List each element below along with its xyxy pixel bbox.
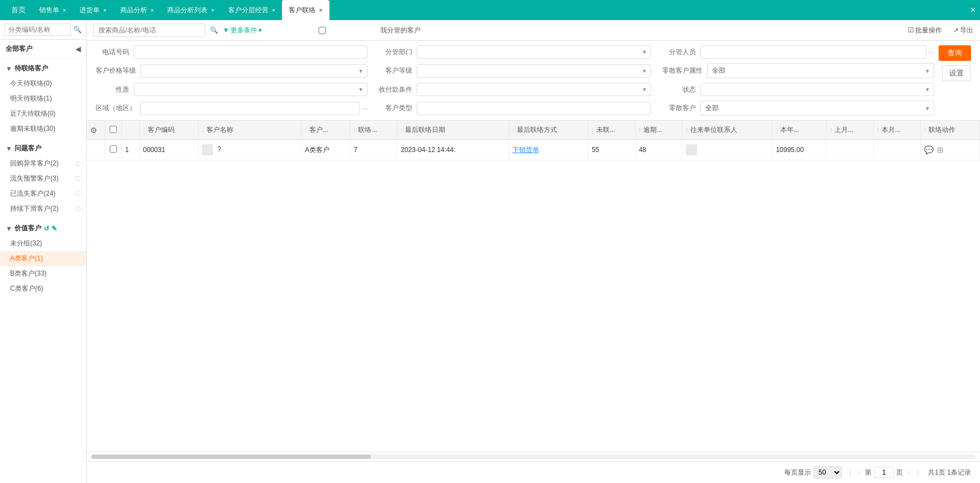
manager-dots[interactable]: ··· xyxy=(929,48,934,56)
my-customers-check[interactable] xyxy=(266,27,378,34)
sidebar-all-customers[interactable]: 全部客户 ◀ xyxy=(0,40,86,59)
select-all-checkbox[interactable] xyxy=(110,126,117,133)
manager-label: 分管人员 xyxy=(662,48,696,57)
manager-input[interactable] xyxy=(700,45,926,59)
phone-input[interactable] xyxy=(134,45,368,59)
col-last-date: ⁝ 最后联络日期 xyxy=(397,121,508,140)
close-analysis-tab[interactable]: × xyxy=(150,7,154,13)
sidebar-item-7days[interactable]: 近7天待联络(0) xyxy=(0,106,86,121)
sidebar-item-declining[interactable]: 持续下滑客户(2) ⓘ xyxy=(0,201,86,216)
bulk-op-btn[interactable]: ☑ 批量操作 xyxy=(908,26,942,35)
sidebar-item-ungroup[interactable]: 未分组(32) xyxy=(0,236,86,251)
first-page-btn[interactable]: ⟨ xyxy=(846,467,854,477)
nav-tab-analysis-list[interactable]: 商品分析列表 × xyxy=(161,0,221,20)
table-row: 1 000031 ? A类客户 7 2023-04-12 14:44: 下销货单… xyxy=(87,140,980,160)
scroll-thumb[interactable] xyxy=(91,454,371,459)
dept-arrow: ▾ xyxy=(643,48,646,56)
next-page-btn[interactable]: › xyxy=(905,467,912,477)
sidebar-item-tomorrow[interactable]: 明天待联络(1) xyxy=(0,91,86,106)
col-action-label: 联络动作 xyxy=(929,125,955,135)
payment-select[interactable]: ▾ xyxy=(417,83,651,96)
price-level-select[interactable]: ▾ xyxy=(140,64,368,78)
filter-cell-cust-type: 客户类型 xyxy=(379,102,651,115)
search-button[interactable]: 🔍 xyxy=(210,26,218,34)
close-purchase-tab[interactable]: × xyxy=(103,7,106,13)
sidebar-item-churn-warning[interactable]: 流失预警客户(3) ⓘ xyxy=(0,171,86,186)
item-tomorrow-label: 明天待联络(1) xyxy=(10,94,81,103)
sidebar-search-input[interactable] xyxy=(4,23,71,36)
page-input[interactable] xyxy=(874,467,894,478)
nature-arrow: ▾ xyxy=(359,86,362,93)
export-btn[interactable]: ↗ 导出 xyxy=(953,26,973,35)
nav-tab-customer-contact[interactable]: 客户联络 × xyxy=(282,0,329,20)
col-action: ⁝ 联络动作 xyxy=(921,121,980,140)
qr-icon[interactable]: ⊞ xyxy=(937,145,944,154)
my-customers-checkbox[interactable]: 我分管的客户 xyxy=(266,26,421,35)
retail-select[interactable]: 全部 ▾ xyxy=(700,101,934,116)
filter-cell-phone: 电话号码 xyxy=(96,45,368,59)
sidebar-item-today[interactable]: 今天待联络(0) xyxy=(0,76,86,91)
retail-attr-select[interactable]: 全部 ▾ xyxy=(707,63,934,78)
cust-level-select[interactable]: ▾ xyxy=(417,64,651,78)
chat-icon[interactable]: 💬 xyxy=(924,145,934,154)
nature-select[interactable]: ▾ xyxy=(134,83,368,96)
section-arrow-pending: ▼ xyxy=(6,65,12,73)
row-checkbox[interactable] xyxy=(110,145,117,153)
sidebar-item-repurchase-abnormal[interactable]: 回购异常客户(2) ⓘ xyxy=(0,156,86,171)
col-this-year: ⁝ 本年... xyxy=(772,121,827,140)
nav-tab-customer-segment[interactable]: 客户分层经营 × xyxy=(222,0,282,20)
filter-cell-nature: 性质 ▾ xyxy=(96,83,368,96)
more-filter-btn[interactable]: ▼ 更多条件 ▾ xyxy=(223,26,262,35)
close-sales-tab[interactable]: × xyxy=(63,7,66,13)
nav-tab-analysis[interactable]: 商品分析 × xyxy=(114,0,161,20)
sidebar-item-lost[interactable]: 已流失客户(24) ⓘ xyxy=(0,186,86,201)
region-input[interactable] xyxy=(140,102,360,115)
payment-arrow: ▾ xyxy=(643,86,646,93)
status-select[interactable]: ▾ xyxy=(700,83,934,96)
nav-tab-purchase[interactable]: 进货单 × xyxy=(73,0,113,20)
col-contact: ⁝ 联络... xyxy=(350,121,397,140)
top-nav: 首页 销售单 × 进货单 × 商品分析 × 商品分析列表 × 客户分层经营 × … xyxy=(0,0,980,20)
retail-value: 全部 xyxy=(705,103,719,113)
filter-icon: ▼ xyxy=(223,26,229,34)
close-contact-tab[interactable]: × xyxy=(319,7,322,13)
cust-type-input[interactable] xyxy=(417,102,651,115)
horizontal-scroll-area xyxy=(87,452,980,461)
nav-tab-sales[interactable]: 销售单 × xyxy=(32,0,73,20)
close-analysis-list-tab[interactable]: × xyxy=(211,7,214,13)
row-unit-contact-cell xyxy=(682,140,772,160)
row-last-method-link[interactable]: 下销货单 xyxy=(512,146,539,154)
query-button[interactable]: 查询 xyxy=(939,45,971,61)
nav-home[interactable]: 首页 xyxy=(4,0,32,20)
per-page-select[interactable]: 50 20 100 xyxy=(813,466,842,479)
edit-value-icon[interactable]: ✎ xyxy=(51,225,57,233)
section-title-value[interactable]: ▼ 价值客户 ↺ ✎ xyxy=(0,221,86,236)
section-title-problem[interactable]: ▼ 问题客户 xyxy=(0,141,86,156)
section-label-pending: 待联络客户 xyxy=(15,64,48,73)
col-level-label: 客户... xyxy=(309,125,328,135)
search-input[interactable] xyxy=(93,23,205,37)
refresh-value-icon[interactable]: ↺ xyxy=(44,225,49,233)
status-arrow: ▾ xyxy=(926,86,929,93)
filter-row-3: 性质 ▾ 收付款条件 ▾ xyxy=(96,83,934,96)
settings-button[interactable]: 设置 xyxy=(942,65,971,81)
region-dots[interactable]: ··· xyxy=(362,105,368,112)
sidebar-item-b-class[interactable]: B类客户(33) xyxy=(0,266,86,281)
section-title-pending[interactable]: ▼ 待联络客户 xyxy=(0,61,86,76)
sidebar-search-icon[interactable]: 🔍 xyxy=(73,26,82,34)
sidebar-item-overdue[interactable]: 逾期未联络(30) xyxy=(0,121,86,136)
sidebar-collapse-icon[interactable]: ◀ xyxy=(76,45,81,53)
window-close-btn[interactable]: × xyxy=(970,5,976,15)
dept-select[interactable]: ▾ xyxy=(417,45,651,59)
bulk-op-label: 批量操作 xyxy=(915,26,942,35)
row-contact-cell: 7 xyxy=(350,140,397,160)
sidebar-item-c-class[interactable]: C类客户(6) xyxy=(0,281,86,296)
retail-label: 零散客户 xyxy=(662,103,696,113)
table-wrapper: ⚙ ⁝ 客户编码 xyxy=(87,121,980,452)
prev-page-btn[interactable]: ‹ xyxy=(856,467,863,477)
table-gear-icon[interactable]: ⚙ xyxy=(90,126,97,135)
scroll-track xyxy=(91,454,976,459)
close-segment-tab[interactable]: × xyxy=(272,7,275,13)
last-page-btn[interactable]: ⟩ xyxy=(914,467,921,477)
sidebar-item-a-class[interactable]: A类客户(1) xyxy=(0,251,86,266)
